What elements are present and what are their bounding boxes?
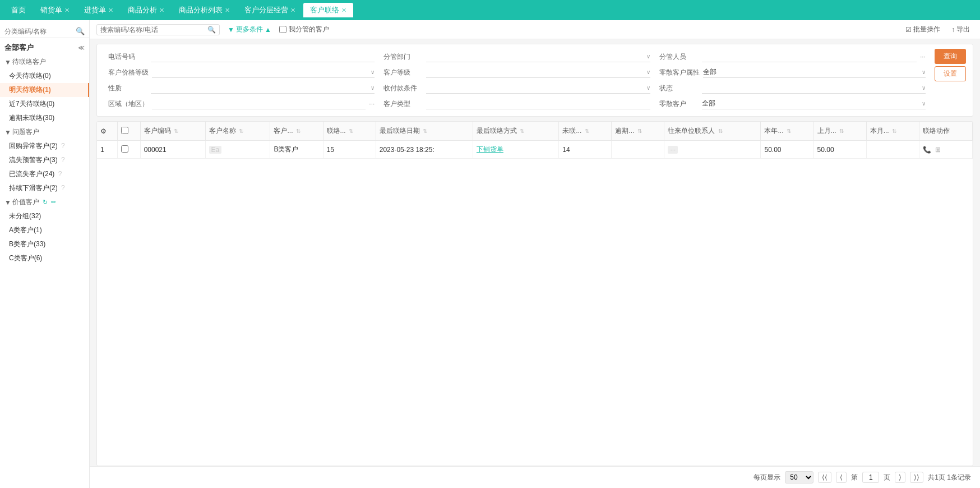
- chevron-down-icon: ∨: [371, 85, 375, 91]
- filter-retail-customer: 零散客户 全部 ∨: [655, 98, 930, 109]
- per-page-select[interactable]: 50 100 200: [785, 471, 813, 484]
- sort-icon[interactable]: ⇅: [174, 128, 178, 134]
- contact-method-link[interactable]: 下销货单: [477, 145, 503, 153]
- export-button[interactable]: ↑ 导出: [948, 24, 973, 35]
- sort-icon[interactable]: ⇅: [423, 128, 427, 134]
- toolbar-right: ☑ 批量操作 ↑ 导出: [902, 24, 973, 35]
- nav-customer-contact[interactable]: 客户联络 ✕: [303, 3, 353, 17]
- sidebar-item-7days-pending[interactable]: 近7天待联络(0): [0, 97, 89, 111]
- close-icon[interactable]: ✕: [159, 7, 164, 14]
- sort-icon[interactable]: ⇅: [892, 128, 896, 134]
- sidebar-item-churn-warning[interactable]: 流失预警客户(3) ?: [0, 153, 89, 167]
- customer-type-select[interactable]: [426, 98, 650, 109]
- search-icon[interactable]: 🔍: [207, 26, 216, 34]
- last-page-button[interactable]: ⟩⟩: [910, 472, 923, 483]
- sort-icon[interactable]: ⇅: [787, 128, 791, 134]
- sidebar-item-churned[interactable]: 已流失客户(24) ?: [0, 167, 89, 181]
- first-page-button[interactable]: ⟨⟨: [818, 472, 831, 483]
- customers-table-wrapper: ⚙ 客户编码 ⇅ 客户名称 ⇅: [96, 121, 973, 466]
- region-select[interactable]: [152, 98, 366, 109]
- nav-purchase-order[interactable]: 进货单 ✕: [77, 3, 120, 17]
- sort-icon[interactable]: ⇅: [239, 128, 243, 134]
- row-unlinkdays: 14: [559, 141, 612, 159]
- sort-icon[interactable]: ⇅: [839, 128, 844, 134]
- column-contact-person: 往来单位联系人 ⇅: [664, 122, 761, 141]
- sort-icon[interactable]: ⇅: [585, 128, 589, 134]
- group-problem-customers[interactable]: ▼ 问题客户: [0, 125, 89, 139]
- main-search-input[interactable]: [100, 26, 207, 34]
- all-customers-header[interactable]: 全部客户 ≪: [0, 40, 89, 55]
- retail-attr-select[interactable]: 全部 ∨: [703, 67, 926, 78]
- filter-row-1: 电话号码 分管部门 ∨ 分管人员: [104, 49, 930, 65]
- filter-row-2: 客户价格等级 ∨ 客户等级 ∨ 零散客户属性: [104, 65, 930, 80]
- price-tier-select[interactable]: ∨: [152, 67, 375, 78]
- retail-customer-select[interactable]: 全部 ∨: [702, 98, 926, 109]
- sidebar-item-overdue-contact[interactable]: 逾期未联络(30): [0, 111, 89, 125]
- dept-select[interactable]: ∨: [426, 51, 650, 62]
- sidebar-item-abnormal-repurchase[interactable]: 回购异常客户(2) ?: [0, 139, 89, 153]
- column-checkbox: [118, 122, 141, 141]
- sidebar-search-input[interactable]: [4, 27, 76, 35]
- row-select-checkbox[interactable]: [121, 145, 128, 153]
- refresh-icon[interactable]: ↻: [43, 199, 48, 206]
- more-options-icon[interactable]: ···: [920, 53, 926, 61]
- nav-sales-order[interactable]: 销货单 ✕: [34, 3, 76, 17]
- close-icon[interactable]: ✕: [341, 7, 346, 14]
- batch-operations-button[interactable]: ☑ 批量操作: [902, 24, 944, 35]
- phone-action-icon[interactable]: 📞: [923, 146, 931, 154]
- contact-person-blurred: ···: [668, 146, 678, 154]
- sort-icon[interactable]: ⇅: [637, 128, 642, 134]
- sidebar-item-class-c[interactable]: C类客户(6): [0, 251, 89, 265]
- sort-icon[interactable]: ⇅: [296, 128, 301, 134]
- status-select[interactable]: ∨: [702, 82, 926, 94]
- page-number-input[interactable]: [862, 472, 879, 483]
- select-all-checkbox[interactable]: [121, 127, 128, 134]
- customer-level-select[interactable]: ∨: [426, 67, 650, 78]
- next-page-button[interactable]: ⟩: [895, 472, 905, 483]
- person-select[interactable]: [702, 51, 917, 62]
- row-customer-code: 000021: [140, 141, 205, 159]
- toolbar: 🔍 ▼ 更多条件 ▲ 我分管的客户 ☑ 批量操作 ↑ 导出: [90, 20, 980, 39]
- nature-select[interactable]: ∨: [151, 82, 375, 94]
- close-icon[interactable]: ✕: [290, 7, 295, 14]
- row-customer-type: B类客户: [270, 141, 323, 159]
- close-icon[interactable]: ✕: [64, 7, 70, 14]
- close-icon[interactable]: ✕: [108, 7, 113, 14]
- close-icon[interactable]: ✕: [225, 7, 230, 14]
- sidebar-item-class-b[interactable]: B类客户(33): [0, 237, 89, 251]
- sidebar-search-box[interactable]: 🔍: [0, 25, 89, 38]
- prev-page-button[interactable]: ⟨: [836, 472, 847, 483]
- reset-button[interactable]: 设置: [935, 66, 966, 81]
- main-search-box[interactable]: 🔍: [96, 24, 220, 35]
- group-value-customers[interactable]: ▼ 价值客户 ↻ ✏: [0, 195, 89, 209]
- sort-icon[interactable]: ⇅: [520, 128, 524, 134]
- sidebar-item-declining[interactable]: 持续下滑客户(2) ?: [0, 181, 89, 195]
- sidebar-item-today-pending[interactable]: 今天待联络(0): [0, 69, 89, 83]
- my-customers-checkbox[interactable]: [279, 26, 286, 33]
- nav-home[interactable]: 首页: [4, 3, 33, 17]
- query-button[interactable]: 查询: [935, 49, 966, 64]
- nav-customer-tier[interactable]: 客户分层经营 ✕: [238, 3, 302, 17]
- nav-product-analysis-list[interactable]: 商品分析列表 ✕: [172, 3, 237, 17]
- qr-action-icon[interactable]: ⊞: [935, 146, 941, 154]
- sidebar-item-class-a[interactable]: A类客户(1): [0, 223, 89, 237]
- chevron-down-icon: ∨: [922, 85, 926, 91]
- nav-product-analysis[interactable]: 商品分析 ✕: [121, 3, 171, 17]
- arrow-icon: ▼: [4, 58, 11, 66]
- sidebar: 🔍 全部客户 ≪ ▼ 待联络客户 今天待联络(0) 明天待联络(1) 近7天待联…: [0, 20, 90, 488]
- edit-icon[interactable]: ✏: [51, 199, 56, 206]
- sort-icon[interactable]: ⇅: [349, 128, 353, 134]
- more-options-icon[interactable]: ···: [369, 100, 375, 108]
- more-filters-button[interactable]: ▼ 更多条件 ▲: [224, 24, 275, 35]
- sidebar-item-tomorrow-pending[interactable]: 明天待联络(1): [0, 83, 89, 97]
- row-last-month: 50.00: [813, 141, 866, 159]
- group-pending-contact[interactable]: ▼ 待联络客户: [0, 55, 89, 69]
- sidebar-item-ungrouped[interactable]: 未分组(32): [0, 209, 89, 223]
- sort-icon[interactable]: ⇅: [718, 128, 723, 134]
- phone-input[interactable]: [151, 52, 375, 62]
- gear-icon[interactable]: ⚙: [100, 127, 107, 135]
- my-customers-toggle[interactable]: 我分管的客户: [279, 25, 329, 34]
- sidebar-search-icon[interactable]: 🔍: [76, 27, 85, 35]
- chevron-down-icon: ∨: [646, 69, 650, 75]
- payment-select[interactable]: ∨: [426, 82, 650, 94]
